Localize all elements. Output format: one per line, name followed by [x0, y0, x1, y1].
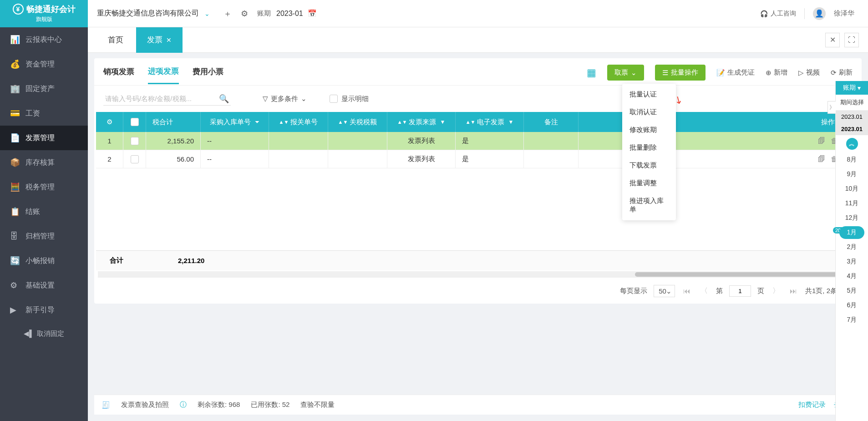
fetch-button[interactable]: 取票⌄	[607, 65, 644, 81]
gear-icon[interactable]: ⚙	[241, 9, 248, 19]
year-option[interactable]: 2023.01	[836, 111, 868, 123]
dd-push-inbound[interactable]: 推进项入库单	[622, 192, 676, 218]
filter-icon: ▼	[508, 119, 513, 125]
next-page-button[interactable]: 〉	[771, 286, 782, 296]
scroll-up-button[interactable]: ︽	[846, 138, 858, 150]
subtab-output[interactable]: 销项发票	[103, 66, 134, 83]
sidebar-item-archive[interactable]: 🗄归档管理	[0, 224, 88, 249]
calendar-icon[interactable]: 📅	[308, 9, 317, 18]
dd-modify-period[interactable]: 修改账期	[622, 121, 676, 139]
month-option[interactable]: 5月	[836, 284, 868, 298]
month-option[interactable]: 9月	[836, 167, 868, 182]
unlimited-label: 查验不限量	[300, 401, 335, 409]
sidebar-item-assets[interactable]: 🏢固定资产	[0, 76, 88, 101]
add-link[interactable]: ⊕新增	[766, 68, 787, 77]
refresh-link[interactable]: ⟳刷新	[831, 68, 853, 77]
more-conditions[interactable]: ▽ 更多条件 ⌄	[263, 95, 307, 103]
search-icon[interactable]: 🔍	[219, 94, 229, 104]
play-icon: ▶	[10, 305, 19, 315]
col-tax-total[interactable]: 税合计	[146, 112, 201, 132]
sidebar-item-settings[interactable]: ⚙基础设置	[0, 273, 88, 298]
plus-icon[interactable]: ＋	[223, 8, 232, 19]
show-detail-checkbox[interactable]: 显示明细	[330, 95, 369, 103]
col-checkbox[interactable]	[123, 112, 146, 132]
logo-text: 畅捷通好会计	[26, 4, 76, 15]
card-icon: 💳	[10, 108, 19, 118]
page-input[interactable]	[729, 285, 751, 297]
col-note[interactable]: 备注	[524, 112, 579, 132]
batch-button[interactable]: ☰批量操作	[655, 65, 706, 81]
table-row[interactable]: 1 2,155.20 -- 发票列表 是 🗐🗑	[96, 132, 860, 150]
dd-batch-adjust[interactable]: 批量调整	[622, 174, 676, 192]
sidebar-item-guide[interactable]: ▶新手引导	[0, 298, 88, 322]
settings-icon: ⚙	[10, 280, 19, 290]
month-option-current[interactable]: 1月	[839, 226, 864, 239]
search-input[interactable]	[103, 92, 231, 106]
month-option[interactable]: 8月	[836, 152, 868, 167]
tab-home[interactable]: 首页	[97, 27, 134, 53]
close-icon[interactable]: ✕	[166, 36, 172, 44]
sidebar-unpin[interactable]: ◀▌取消固定	[0, 322, 88, 345]
col-source[interactable]: ▲▼发票来源▼	[387, 112, 456, 132]
table-row[interactable]: 2 56.00 -- 发票列表 是 🗐🗑	[96, 150, 860, 168]
qr-icon[interactable]: ▦	[587, 67, 596, 79]
first-page-button[interactable]: ⏮	[681, 287, 692, 295]
month-option[interactable]: 4月	[836, 269, 868, 284]
page-prefix: 第	[716, 287, 723, 295]
dd-batch-delete[interactable]: 批量删除	[622, 139, 676, 157]
close-all-button[interactable]: ✕	[825, 33, 840, 47]
scrollbar-thumb[interactable]	[635, 272, 853, 277]
dd-batch-verify[interactable]: 批量认证 ↘	[622, 86, 676, 103]
current-month-wrap: 2023 1月	[836, 226, 868, 239]
total-value: 2,211.20	[178, 257, 204, 264]
video-link[interactable]: ▷视频	[798, 68, 820, 77]
gen-voucher-link[interactable]: 📝生成凭证	[716, 68, 755, 77]
dd-cancel-verify[interactable]: 取消认证	[622, 103, 676, 121]
month-option[interactable]: 12月	[836, 211, 868, 225]
sidebar-item-tax[interactable]: 🧮税务管理	[0, 175, 88, 199]
subtab-input[interactable]: 进项发票	[148, 66, 179, 84]
avatar[interactable]: 👤	[813, 7, 826, 20]
view-icon[interactable]: 🗐	[818, 155, 825, 163]
checkbox-icon	[330, 95, 338, 103]
sidebar-item-funds[interactable]: 💰资金管理	[0, 52, 88, 76]
last-page-button[interactable]: ⏭	[788, 287, 799, 295]
subtab-expense[interactable]: 费用小票	[193, 66, 223, 83]
col-einvoice[interactable]: ▲▼电子发票▼	[456, 112, 524, 132]
company-selector[interactable]: 重庆畅捷交通信息咨询有限公司 ⌄	[88, 9, 219, 18]
month-option[interactable]: 2月	[836, 240, 868, 254]
month-option[interactable]: 7月	[836, 313, 868, 327]
panel-collapse-handle[interactable]: 》	[827, 101, 836, 114]
fullscreen-button[interactable]: ⛶	[844, 33, 859, 47]
deduct-link[interactable]: 扣费记录	[798, 401, 826, 409]
logo-icon: ¥	[13, 4, 24, 15]
horizontal-scrollbar[interactable]	[98, 271, 858, 278]
col-tariff[interactable]: ▲▼关税税额	[328, 112, 387, 132]
sidebar-item-close[interactable]: 📋结账	[0, 199, 88, 224]
dd-download[interactable]: 下载发票	[622, 157, 676, 174]
info-icon[interactable]: ⓘ	[180, 401, 187, 409]
col-declare[interactable]: ▲▼报关单号	[269, 112, 328, 132]
col-settings[interactable]: ⚙	[96, 112, 123, 132]
view-icon[interactable]: 🗐	[818, 137, 825, 145]
tab-invoice[interactable]: 发票 ✕	[136, 27, 183, 53]
support-link[interactable]: 🎧 人工咨询	[760, 10, 796, 18]
batch-dropdown: 批量认证 ↘ 取消认证 修改账期 批量删除 下载发票 批量调整 推进项入库单	[622, 84, 676, 220]
per-page-select[interactable]: 50 ⌄	[654, 285, 675, 297]
year-option[interactable]: 2023.01	[836, 123, 868, 135]
month-option[interactable]: 6月	[836, 298, 868, 313]
month-option[interactable]: 11月	[836, 196, 868, 211]
unpin-icon: ◀▌	[24, 330, 34, 338]
sidebar-item-invoice[interactable]: 📄发票管理	[0, 126, 88, 150]
sidebar-item-expense[interactable]: 🔄小畅报销	[0, 249, 88, 273]
filter-icon: ▼	[440, 119, 445, 125]
list-icon: ☰	[662, 69, 668, 77]
prev-page-button[interactable]: 〈	[699, 286, 710, 296]
period-button[interactable]: 账期▾	[836, 81, 868, 95]
sidebar-item-salary[interactable]: 💳工资	[0, 101, 88, 126]
month-option[interactable]: 10月	[836, 182, 868, 196]
sidebar-item-inventory[interactable]: 📦库存核算	[0, 150, 88, 175]
month-option[interactable]: 3月	[836, 254, 868, 269]
col-purchase[interactable]: 采购入库单号⏷	[201, 112, 269, 132]
sidebar-item-reports[interactable]: 📊云报表中心	[0, 27, 88, 52]
